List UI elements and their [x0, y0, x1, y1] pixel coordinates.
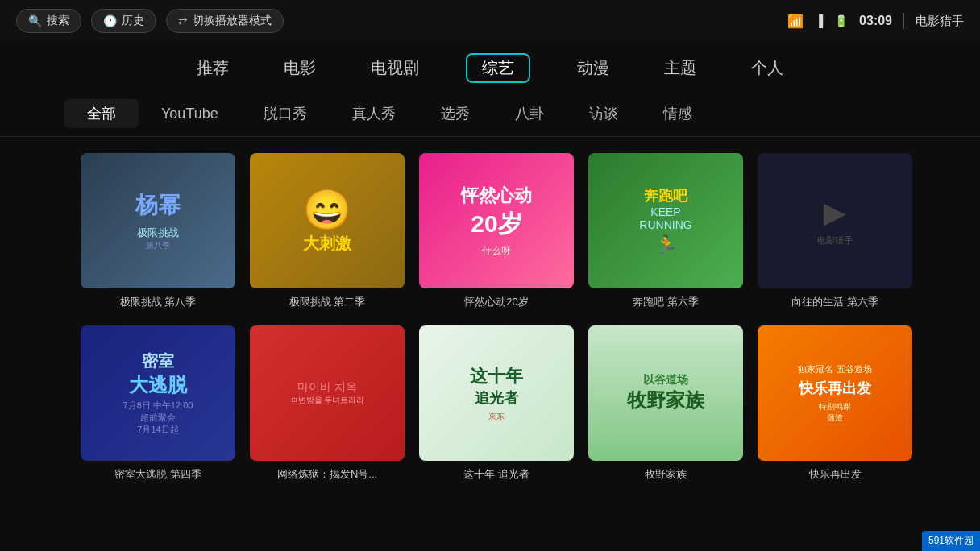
sub-nav-emotion[interactable]: 情感	[641, 99, 715, 128]
switch-label: 切换播放器模式	[193, 14, 272, 28]
sub-nav-all[interactable]: 全部	[64, 99, 139, 128]
sub-nav: 全部 YouTube 脱口秀 真人秀 选秀 八卦 访谈 情感	[0, 91, 980, 137]
card-bg-9a: 以谷道场 牧野家族	[588, 325, 743, 461]
content-area: 杨幂 极限挑战 第八季 极限挑战 第八季 😄 大刺激 极限挑战 第二季	[0, 137, 980, 490]
app-name: 电影猎手	[916, 14, 964, 29]
card-bg-7: 마이바 치옥 ㅁ변방을 두녀트라라	[250, 325, 405, 461]
grid-row-1: 杨幂 极限挑战 第八季 极限挑战 第八季 😄 大刺激 极限挑战 第二季	[81, 153, 899, 309]
card-kuaileyouchufai[interactable]: 独家冠名 五谷道场 快乐再出发 特别鸣谢 蒲渣 快乐再出发	[758, 325, 912, 482]
placeholder-text: 电影猎手	[817, 234, 853, 246]
card-wangluolianyu[interactable]: 마이바 치옥 ㅁ변방을 두녀트라라 网络炼狱：揭发N号...	[250, 325, 405, 482]
card-bg-9b: 独家冠名 五谷道场 快乐再出发 特别鸣谢 蒲渣	[758, 325, 912, 461]
card-thumb-2: 😄 大刺激	[250, 153, 405, 288]
nav-item-variety[interactable]: 综艺	[466, 53, 530, 83]
history-label: 历史	[122, 14, 144, 28]
search-label: 搜索	[47, 14, 69, 28]
play-icon: ▶	[824, 196, 846, 230]
card-benpaoba6[interactable]: 奔跑吧 KEEP RUNNING 🏃 奔跑吧 第六季	[588, 153, 743, 309]
card-label-10: 快乐再出发	[758, 467, 912, 482]
card-label-8: 这十年 追光者	[419, 467, 574, 482]
battery-icon: 🔋	[834, 14, 848, 27]
topbar: 🔍 搜索 🕐 历史 ⇄ 切换播放器模式 📶 ▐ 🔋 03:09 电影猎手	[0, 0, 980, 42]
card-bg-1: 杨幂 极限挑战 第八季	[81, 153, 235, 288]
sub-nav-youtube[interactable]: YouTube	[139, 101, 241, 127]
card-mishi4[interactable]: 密室 大逃脱 7月8日 中午12:00超前聚会 7月14日起 密室大逃脱 第四季	[81, 325, 235, 482]
card-thumb-4: 奔跑吧 KEEP RUNNING 🏃	[588, 153, 743, 288]
nav-item-theme[interactable]: 主题	[656, 54, 704, 82]
clock: 03:09	[859, 14, 892, 28]
grid-row-2: 密室 大逃脱 7月8日 中午12:00超前聚会 7月14日起 密室大逃脱 第四季…	[81, 325, 899, 482]
nav-item-movie[interactable]: 电影	[276, 54, 324, 82]
search-button[interactable]: 🔍 搜索	[16, 9, 81, 33]
switch-icon: ⇄	[178, 14, 188, 27]
history-button[interactable]: 🕐 历史	[91, 9, 156, 33]
card-muyejiazu[interactable]: 以谷道场 牧野家族 牧野家族	[588, 325, 743, 482]
card-bg-4: 奔跑吧 KEEP RUNNING 🏃	[588, 153, 743, 288]
main-nav: 推荐 电影 电视剧 综艺 动漫 主题 个人	[0, 42, 980, 91]
card-thumb-3: 怦然心动 20岁 什么呀	[419, 153, 574, 288]
nav-item-anime[interactable]: 动漫	[569, 54, 617, 82]
card-jixiantiaozhan8[interactable]: 杨幂 极限挑战 第八季 极限挑战 第八季	[81, 153, 235, 309]
card-label-6: 密室大逃脱 第四季	[81, 467, 235, 482]
topbar-right: 📶 ▐ 🔋 03:09 电影猎手	[787, 13, 964, 29]
sub-nav-audition[interactable]: 选秀	[418, 99, 492, 128]
watermark: 591软件园	[922, 531, 980, 551]
card-zheshinian[interactable]: 这十年 追光者 京东 这十年 追光者	[419, 325, 574, 482]
card-label-7: 网络炼狱：揭发N号...	[250, 467, 405, 482]
history-icon: 🕐	[103, 14, 117, 27]
divider	[903, 13, 904, 29]
card-bg-8a: 这十年 追光者 京东	[419, 325, 574, 461]
placeholder-logo: ▶ 电影猎手	[817, 196, 853, 246]
search-icon: 🔍	[28, 14, 42, 27]
nav-item-tvshow[interactable]: 电视剧	[363, 54, 427, 82]
card-thumb-7: 마이바 치옥 ㅁ변방을 두녀트라라	[250, 325, 405, 461]
card-label-4: 奔跑吧 第六季	[588, 295, 743, 309]
card-thumb-6: 密室 大逃脱 7月8日 中午12:00超前聚会 7月14日起	[81, 325, 235, 461]
card-thumb-10: 独家冠名 五谷道场 快乐再出发 特别鸣谢 蒲渣	[758, 325, 912, 461]
card-bg-2: 😄 大刺激	[250, 153, 405, 288]
card-pengranxindong[interactable]: 怦然心动 20岁 什么呀 怦然心动20岁	[419, 153, 574, 309]
nav-item-recommend[interactable]: 推荐	[189, 54, 237, 82]
switch-player-button[interactable]: ⇄ 切换播放器模式	[166, 9, 284, 33]
card-bg-5: ▶ 电影猎手	[758, 153, 912, 288]
card-bg-3: 怦然心动 20岁 什么呀	[419, 153, 574, 288]
card-bg-6: 密室 大逃脱 7月8日 中午12:00超前聚会 7月14日起	[81, 325, 235, 461]
card-thumb-5: ▶ 电影猎手	[758, 153, 912, 288]
sub-nav-gossip[interactable]: 八卦	[492, 99, 567, 128]
wifi-icon: 📶	[787, 14, 804, 29]
sub-nav-talkshow[interactable]: 脱口秀	[241, 99, 330, 128]
card-wangwangshenghuo6[interactable]: ▶ 电影猎手 向往的生活 第六季	[758, 153, 912, 309]
card-thumb-8: 这十年 追光者 京东	[419, 325, 574, 461]
nav-item-personal[interactable]: 个人	[743, 54, 791, 82]
signal-icon: ▐	[815, 14, 823, 27]
sub-nav-reality[interactable]: 真人秀	[330, 99, 418, 128]
card-jixiantiaozhan2[interactable]: 😄 大刺激 极限挑战 第二季	[250, 153, 405, 309]
card-thumb-1: 杨幂 极限挑战 第八季	[81, 153, 235, 288]
card-thumb-9: 以谷道场 牧野家族	[588, 325, 743, 461]
card-label-5: 向往的生活 第六季	[758, 295, 912, 309]
card-label-3: 怦然心动20岁	[419, 295, 574, 309]
sub-nav-interview[interactable]: 访谈	[567, 99, 641, 128]
card-label-2: 极限挑战 第二季	[250, 295, 405, 309]
card-label-9: 牧野家族	[588, 467, 743, 482]
card-label-1: 极限挑战 第八季	[81, 295, 235, 309]
